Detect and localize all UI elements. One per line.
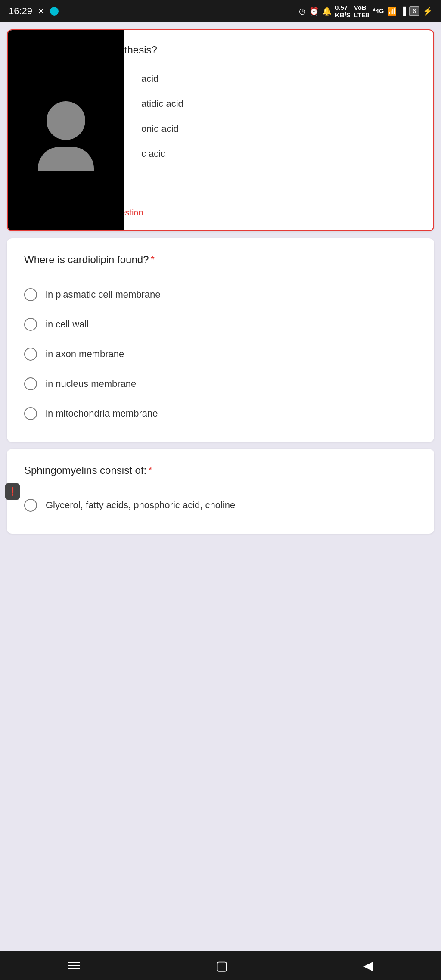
required-star-3: * (148, 464, 152, 476)
exclamation-icon: ❗ (8, 487, 17, 496)
required-star-2: * (151, 254, 155, 265)
third-question-card: ❗ Sphingomyelins consist of:* Glycerol, … (7, 449, 434, 534)
4g-label: ⁴4G (373, 7, 384, 15)
avatar-body (38, 147, 94, 171)
status-right: ◷ ⏰ 🔔 0.57KB/S VoBLTE8 ⁴4G 📶 ▐ 6 ⚡ (299, 4, 432, 19)
avatar-head (47, 101, 85, 140)
battery-icon: 6 (409, 6, 419, 16)
radio-axon[interactable] (24, 348, 37, 361)
option-plasmatic[interactable]: in plasmatic cell membrane (24, 280, 417, 309)
signal2-icon: ▐ (400, 7, 406, 16)
clock-icon: ⏰ (309, 6, 319, 16)
label-cell-wall: in cell wall (46, 317, 89, 331)
option-nucleus[interactable]: in nucleus membrane (24, 369, 417, 398)
label-plasmatic: in plasmatic cell membrane (46, 287, 161, 302)
radio-mitochondria[interactable] (24, 407, 37, 420)
back-button[interactable]: ◀ (363, 958, 373, 973)
option-axon[interactable]: in axon membrane (24, 339, 417, 369)
charging-icon: ⚡ (423, 6, 432, 16)
notification-dot (50, 7, 59, 16)
close-icon: ✕ (37, 6, 45, 16)
bottom-spacer (0, 541, 441, 575)
radio-plasmatic[interactable] (24, 288, 37, 301)
second-question-text: Where is cardiolipin found?* (24, 252, 417, 268)
nav-bar: ▢ ◀ (0, 951, 441, 980)
partial-option-3-text: onic acid (141, 123, 179, 134)
label-axon: in axon membrane (46, 347, 124, 361)
second-question-label: Where is cardiolipin found? (24, 254, 149, 265)
status-bar: 16:29 ✕ ◷ ⏰ 🔔 0.57KB/S VoBLTE8 ⁴4G 📶 ▐ 6… (0, 0, 441, 22)
third-question-label: Sphingomyelins consist of: (24, 464, 146, 476)
content-area: substrate for their synthesis? acid atid… (0, 29, 441, 575)
partial-option-4-text: c acid (141, 148, 166, 159)
menu-button[interactable] (68, 962, 80, 969)
partial-option-2-text: atidic acid (141, 98, 183, 109)
voice-label: VoBLTE8 (354, 4, 370, 19)
data-label: 0.57KB/S (335, 4, 351, 19)
radio-cell-wall[interactable] (24, 318, 37, 331)
first-question-card: substrate for their synthesis? acid atid… (7, 29, 434, 231)
notification-badge: ❗ (5, 483, 20, 500)
bell-icon: 🔔 (322, 6, 332, 16)
option-cell-wall[interactable]: in cell wall (24, 309, 417, 339)
home-button[interactable]: ▢ (216, 958, 228, 973)
signal-icon: 📶 (387, 6, 397, 16)
cardiolipin-options: in plasmatic cell membrane in cell wall … (24, 280, 417, 428)
radio-glycerol[interactable] (24, 499, 37, 512)
second-question-card: Where is cardiolipin found?* in plasmati… (7, 238, 434, 442)
time-display: 16:29 (9, 6, 32, 17)
partial-option-1-text: acid (141, 73, 158, 84)
glycerol-option[interactable]: Glycerol, fatty acids, phosphoric acid, … (24, 490, 417, 520)
third-question-text: Sphingomyelins consist of:* (24, 463, 417, 478)
label-mitochondria: in mitochondria membrane (46, 406, 158, 420)
avatar-overlay (8, 30, 124, 231)
radio-nucleus[interactable] (24, 377, 37, 390)
alarm-icon: ◷ (299, 6, 306, 16)
option-mitochondria[interactable]: in mitochondria membrane (24, 398, 417, 428)
status-left: 16:29 ✕ (9, 6, 59, 17)
label-glycerol: Glycerol, fatty acids, phosphoric acid, … (46, 498, 235, 512)
label-nucleus: in nucleus membrane (46, 376, 136, 391)
